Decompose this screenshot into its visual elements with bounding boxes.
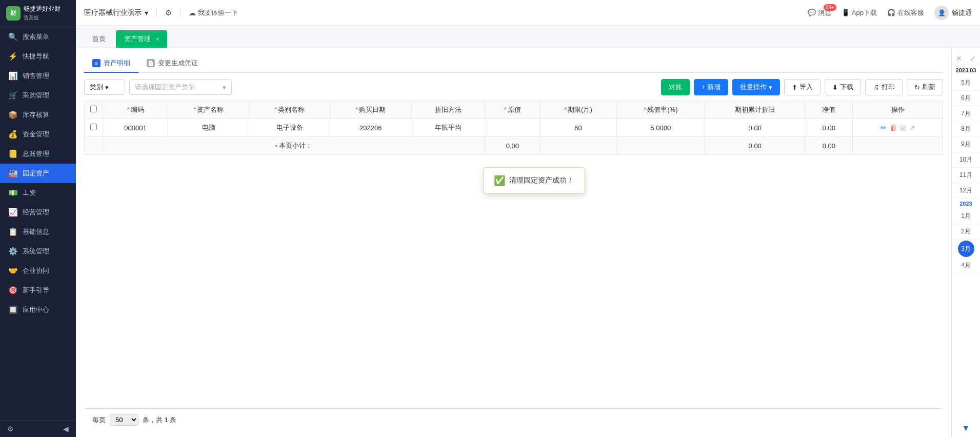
month-4[interactable]: 4月: [952, 258, 980, 273]
export-button[interactable]: ⬆ 导入: [784, 79, 821, 95]
service-btn[interactable]: 🎧 在线客服: [887, 8, 924, 17]
sidebar-item-app-center[interactable]: 🔲 应用中心: [0, 300, 76, 320]
settings-gear-icon[interactable]: ⚙: [165, 8, 172, 17]
sidebar-item-inventory[interactable]: 📦 库存核算: [0, 105, 76, 125]
sidebar-item-payroll[interactable]: 💵 工资: [0, 183, 76, 203]
month-3[interactable]: 3月: [958, 241, 974, 257]
more-icon[interactable]: ↗: [909, 124, 915, 132]
sidebar-item-basic-info[interactable]: 📋 基础信息: [0, 222, 76, 242]
refresh-button[interactable]: ↻ 刷新: [907, 79, 943, 95]
row-name: 电脑: [168, 119, 249, 137]
sidebar-item-operations[interactable]: 📈 经营管理: [0, 203, 76, 222]
subtotal-row: ▪ 本页小计： 0.00 0.00 0.00: [85, 137, 943, 155]
month-6[interactable]: 6月: [952, 91, 980, 106]
month-10[interactable]: 10月: [952, 152, 980, 168]
tab-active-label: 资产管理: [124, 35, 151, 43]
expand-panel-icon[interactable]: ⤢: [970, 54, 976, 63]
app-name: 畅捷通好业财: [24, 5, 61, 13]
sidebar-item-guide[interactable]: 🎯 新手引导: [0, 281, 76, 300]
new-button[interactable]: + 新增: [694, 79, 728, 95]
basic-info-icon: 📋: [8, 227, 17, 236]
row-checkbox-cell[interactable]: [85, 119, 103, 137]
year-2023-label[interactable]: 2023: [952, 198, 980, 209]
category-type-filter[interactable]: 请选择固定资产类别 ▾: [129, 80, 232, 95]
month-8[interactable]: 8月: [952, 122, 980, 137]
sidebar-item-search[interactable]: 🔍 搜索菜单: [0, 27, 76, 47]
settings-icon[interactable]: ⚙: [7, 425, 14, 433]
sidebar-item-label: 搜索菜单: [23, 32, 49, 42]
sidebar-item-sales[interactable]: 📊 销售管理: [0, 66, 76, 86]
subtab-asset-detail[interactable]: ≡ 资产明细: [84, 54, 138, 73]
sidebar-item-quick-nav[interactable]: ⚡ 快捷导航: [0, 47, 76, 66]
tab-home[interactable]: 首页: [84, 30, 114, 48]
month-12[interactable]: 12月: [952, 183, 980, 198]
tab-close-icon[interactable]: ×: [156, 36, 159, 42]
operations-icon: 📈: [8, 208, 17, 217]
asset-detail-icon: ≡: [92, 59, 101, 67]
content-area: ≡ 资产明细 📄 变更生成凭证 类别 ▾ 请选择固定资产类别: [76, 48, 980, 437]
delete-icon[interactable]: 🗑: [890, 124, 897, 132]
company-selector[interactable]: 医疗器械行业演示 ▾: [84, 8, 148, 17]
reconcile-button[interactable]: 对账: [661, 79, 690, 95]
edit-icon[interactable]: ✏: [881, 124, 887, 132]
select-all-header[interactable]: [85, 101, 103, 119]
subtotal-checkbox: [85, 137, 103, 155]
batch-chevron-icon: ▾: [769, 84, 772, 91]
sidebar-item-ledger[interactable]: 📒 总账管理: [0, 144, 76, 164]
sidebar-item-fixed-assets[interactable]: 🏭 固定资产: [0, 164, 76, 183]
copy-icon[interactable]: ⊞: [900, 124, 906, 132]
right-panel-icons: ✕ ⤢: [952, 52, 980, 65]
sidebar-item-enterprise[interactable]: 🤝 企业协同: [0, 261, 76, 281]
col-depreciation-method: 折旧方法: [411, 101, 485, 119]
col-original-value: *原值: [485, 101, 540, 119]
month-11[interactable]: 11月: [952, 168, 980, 183]
down-arrow-icon[interactable]: ▼: [962, 424, 970, 433]
feedback-btn[interactable]: ☁ 我要体验一下: [189, 8, 238, 17]
sidebar-item-finance[interactable]: 💰 资金管理: [0, 125, 76, 144]
month-5[interactable]: 5月: [952, 75, 980, 91]
download-button[interactable]: ⬇ 下载: [825, 79, 861, 95]
app-center-icon: 🔲: [8, 305, 17, 314]
col-purchase-date: *购买日期: [330, 101, 411, 119]
app-version: 普及版: [24, 14, 61, 22]
app-download-icon: 📱: [842, 9, 850, 16]
batch-button[interactable]: 批量操作 ▾: [732, 79, 780, 95]
subtotal-text: 本页小计：: [279, 142, 312, 149]
sidebar-menu: 🔍 搜索菜单 ⚡ 快捷导航 📊 销售管理 🛒 采购管理 📦 库存核算 💰 资金管…: [0, 27, 76, 420]
sidebar-item-label: 库存核算: [23, 110, 49, 120]
month-2[interactable]: 2月: [952, 224, 980, 240]
month-7[interactable]: 7月: [952, 106, 980, 122]
month-9[interactable]: 9月: [952, 137, 980, 152]
subtab-change-voucher[interactable]: 📄 变更生成凭证: [138, 54, 206, 73]
print-button[interactable]: 🖨 打印: [865, 79, 903, 95]
app-download-label: App下载: [852, 8, 877, 17]
sidebar-bottom: ⚙ ◀: [0, 420, 76, 437]
toast-message: 清理固定资产成功！: [509, 176, 574, 185]
close-panel-icon[interactable]: ✕: [956, 54, 962, 63]
col-category: *类别名称: [249, 101, 330, 119]
sidebar-item-label: 固定资产: [23, 169, 49, 178]
row-checkbox[interactable]: [90, 124, 97, 130]
user-menu[interactable]: 👤 畅捷通: [934, 6, 972, 20]
col-name: *资产名称: [168, 101, 249, 119]
tabbar: 首页 资产管理 ×: [76, 26, 980, 48]
main-area: 医疗器械行业演示 ▾ ⚙ ☁ 我要体验一下 💬 消息 99+ 📱 App下载 🎧…: [76, 0, 980, 437]
subtab-change-voucher-label: 变更生成凭证: [158, 58, 198, 68]
download-label: 下载: [840, 83, 853, 92]
sidebar-item-purchase[interactable]: 🛒 采购管理: [0, 86, 76, 105]
select-all-checkbox[interactable]: [90, 106, 97, 112]
right-panel-bottom: ▼: [962, 420, 970, 437]
per-page-select[interactable]: 50 100 200: [110, 414, 138, 426]
message-btn[interactable]: 💬 消息 99+: [808, 8, 831, 17]
user-name: 畅捷通: [952, 8, 972, 17]
sidebar-item-system[interactable]: ⚙️ 系统管理: [0, 242, 76, 261]
app-download-btn[interactable]: 📱 App下载: [842, 8, 877, 17]
enterprise-icon: 🤝: [8, 266, 17, 275]
tab-asset-management[interactable]: 资产管理 ×: [116, 30, 167, 48]
collapse-icon[interactable]: ◀: [63, 425, 69, 433]
feedback-icon: ☁: [189, 9, 196, 17]
month-1[interactable]: 1月: [952, 209, 980, 224]
finance-icon: 💰: [8, 130, 17, 139]
sidebar-item-label: 新手引导: [23, 286, 49, 295]
category-filter[interactable]: 类别 ▾: [84, 80, 125, 95]
